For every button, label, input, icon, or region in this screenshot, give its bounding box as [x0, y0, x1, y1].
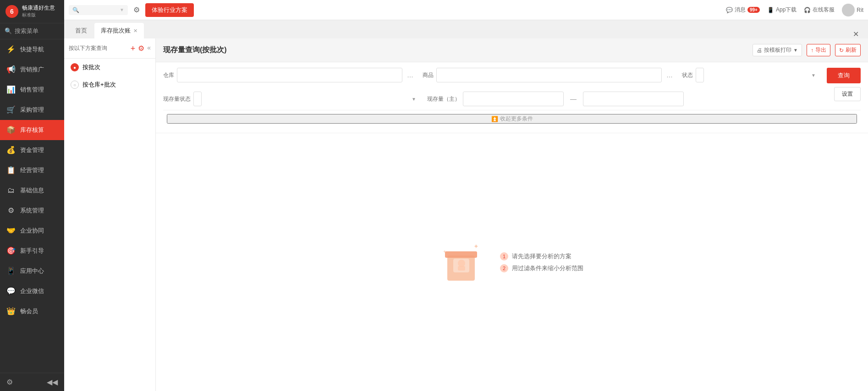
app-download-item[interactable]: 📱 App下载 — [767, 6, 797, 14]
topbar-search-input[interactable] — [81, 7, 118, 13]
sidebar-item-apps[interactable]: 📱 应用中心 — [0, 261, 64, 281]
quick-nav-icon: ⚡ — [6, 45, 16, 54]
topbar: 🔍 ▼ ⚙ 体验行业方案 💬 消息 99+ 📱 App下载 🎧 在线客服 R — [64, 0, 868, 20]
step-1-text: 请先选择要分析的方案 — [512, 252, 571, 261]
filter-row-2: 现存量状态 现存量（主） — — [163, 92, 819, 106]
status-select[interactable] — [696, 68, 704, 82]
sidebar-label-finance: 资金管理 — [20, 146, 44, 154]
svg-rect-1 — [445, 251, 477, 258]
step-2-number: 2 — [500, 264, 508, 272]
messages-badge: 99+ — [747, 7, 760, 13]
chevron-up-icon: ⏫ — [491, 116, 498, 122]
warehouse-input[interactable] — [177, 68, 402, 82]
sidebar-label-purchase: 采购管理 — [20, 106, 44, 114]
sidebar-item-marketing[interactable]: 📢 营销推广 — [0, 60, 64, 80]
print-dropdown-icon[interactable]: ▼ — [793, 48, 798, 53]
company-name: 畅康通好生意 — [22, 5, 55, 12]
print-template-button[interactable]: 🖨 按模板打印 ▼ — [753, 44, 802, 56]
sidebar-item-newbie[interactable]: 🎯 新手引导 — [0, 241, 64, 261]
step-1-number: 1 — [500, 252, 508, 261]
tab-close-icon[interactable]: ✕ — [133, 28, 137, 33]
sidebar-item-enterprise[interactable]: 🤝 企业协同 — [0, 221, 64, 241]
left-panel-header: 按以下方案查询 + ⚙ « — [64, 38, 155, 59]
sidebar-item-quick-nav[interactable]: ⚡ 快捷导航 — [0, 39, 64, 60]
schema-settings-icon[interactable]: ⚙ — [138, 44, 144, 53]
sidebar-item-wechat[interactable]: 💬 企业微信 — [0, 281, 64, 301]
sidebar-label-member: 畅会员 — [20, 307, 38, 315]
topbar-right: 💬 消息 99+ 📱 App下载 🎧 在线客服 Rit — [726, 4, 863, 16]
query-button[interactable]: 查询 — [827, 68, 861, 83]
warehouse-dots-button[interactable]: … — [405, 71, 415, 79]
export-button[interactable]: ↑ 导出 — [807, 44, 830, 56]
main-area: 🔍 ▼ ⚙ 体验行业方案 💬 消息 99+ 📱 App下载 🎧 在线客服 R — [64, 0, 868, 391]
sidebar-item-inventory[interactable]: 📦 库存核算 — [0, 120, 64, 140]
product-dots-button[interactable]: … — [665, 71, 675, 79]
filter-settings-button[interactable]: 设置 — [834, 87, 861, 101]
topbar-search-icon: 🔍 — [72, 7, 79, 13]
online-service-item[interactable]: 🎧 在线客服 — [804, 6, 835, 14]
schema-by-batch-label: 按批次 — [82, 63, 100, 71]
trial-button[interactable]: 体验行业方案 — [145, 3, 194, 17]
sidebar-item-purchase[interactable]: 🛒 采购管理 — [0, 100, 64, 120]
sidebar-item-system[interactable]: ⚙ 系统管理 — [0, 201, 64, 221]
product-filter: 商品 … — [423, 68, 675, 82]
sidebar-label-marketing: 营销推广 — [20, 65, 44, 74]
warehouse-filter: 仓库 … — [163, 68, 415, 82]
product-input[interactable] — [436, 68, 662, 82]
schema-by-batch[interactable]: ● 按批次 — [64, 59, 155, 76]
messages-item[interactable]: 💬 消息 99+ — [726, 6, 760, 14]
collapse-label: 收起更多条件 — [500, 115, 533, 123]
sidebar-label-wechat: 企业微信 — [20, 287, 44, 295]
topbar-gear-icon[interactable]: ⚙ — [132, 4, 142, 16]
topbar-dropdown-icon[interactable]: ▼ — [120, 7, 124, 12]
printer-icon: 🖨 — [757, 47, 762, 54]
settings-icon[interactable]: ⚙ — [6, 378, 13, 386]
purchase-icon: 🛒 — [6, 105, 16, 114]
tab-inventory-batch-label: 库存批次账 — [101, 27, 131, 35]
add-schema-button[interactable]: + — [131, 44, 136, 53]
avatar — [842, 4, 855, 16]
collapse-conditions-button[interactable]: ⏫ 收起更多条件 — [167, 114, 857, 124]
topbar-search-area[interactable]: 🔍 ▼ — [69, 5, 128, 15]
online-service-label: 在线客服 — [813, 6, 835, 14]
export-icon: ↑ — [811, 47, 813, 54]
collapse-sidebar-icon[interactable]: ◀◀ — [47, 378, 58, 386]
page-title: 现存量查询(按批次) — [163, 45, 227, 55]
inventory-icon: 📦 — [6, 125, 16, 135]
collapse-panel-icon[interactable]: « — [147, 44, 151, 53]
inventory-qty-max-input[interactable] — [583, 92, 684, 106]
sidebar-label-quick-nav: 快捷导航 — [20, 45, 44, 54]
sidebar-item-sales[interactable]: 📊 销售管理 — [0, 80, 64, 100]
tab-inventory-batch[interactable]: 库存批次账 ✕ — [94, 23, 144, 38]
sidebar-item-basics[interactable]: 🗂 基础信息 — [0, 180, 64, 201]
empty-step-1: 1 请先选择要分析的方案 — [500, 252, 583, 261]
sidebar-search[interactable]: 🔍 搜索菜单 — [0, 23, 64, 39]
tab-panel-close-icon[interactable]: ✕ — [848, 30, 863, 38]
left-panel-title: 按以下方案查询 — [69, 44, 107, 52]
sidebar-label-inventory: 库存核算 — [20, 126, 44, 134]
marketing-icon: 📢 — [6, 65, 16, 74]
sidebar-item-finance[interactable]: 💰 资金管理 — [0, 140, 64, 160]
left-panel: 按以下方案查询 + ⚙ « ● 按批次 ○ 按仓库+批次 — [64, 38, 156, 391]
newbie-icon: 🎯 — [6, 246, 16, 255]
search-icon: 🔍 — [5, 27, 12, 34]
empty-box-svg: ✦ ✦ — [440, 239, 486, 285]
sidebar-label-operations: 经营管理 — [20, 166, 44, 174]
system-icon: ⚙ — [6, 206, 16, 215]
print-template-label: 按模板打印 — [764, 46, 791, 54]
svg-text:✦: ✦ — [473, 243, 479, 250]
svg-text:✦: ✦ — [443, 249, 446, 254]
sidebar-item-operations[interactable]: 📋 经营管理 — [0, 160, 64, 180]
app-download-label: App下载 — [776, 6, 797, 14]
tab-home[interactable]: 首页 — [69, 23, 93, 38]
inventory-status-select[interactable] — [193, 92, 202, 106]
inventory-qty-min-input[interactable] — [463, 92, 564, 106]
sidebar-menu: ⚡ 快捷导航 📢 营销推广 📊 销售管理 🛒 采购管理 📦 库存核算 💰 资金管… — [0, 39, 64, 373]
sidebar-item-member[interactable]: 👑 畅会员 — [0, 301, 64, 321]
user-profile[interactable]: Rit — [842, 4, 863, 16]
sales-icon: 📊 — [6, 85, 16, 94]
schema-by-warehouse-batch[interactable]: ○ 按仓库+批次 — [64, 76, 155, 93]
warehouse-label: 仓库 — [163, 71, 174, 79]
status-select-wrapper — [696, 68, 819, 82]
refresh-button[interactable]: ↻ 刷新 — [835, 44, 861, 56]
